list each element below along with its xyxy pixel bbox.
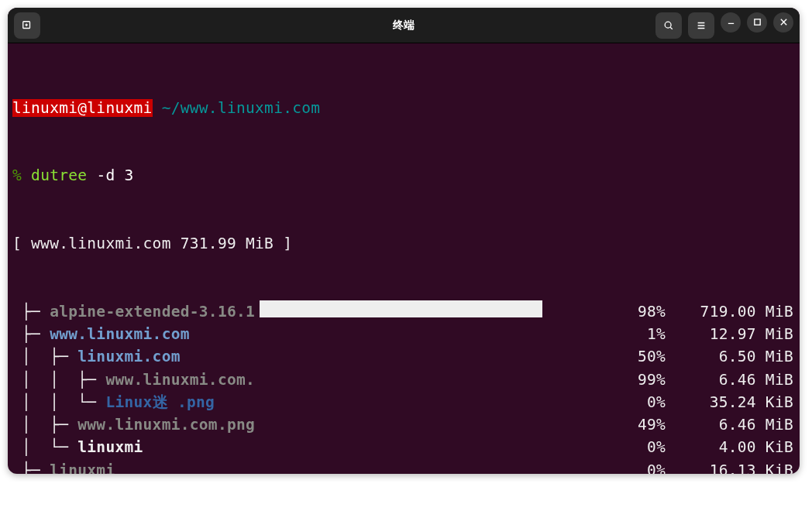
maximize-button[interactable]	[747, 12, 767, 33]
tree-item-name: www.linuxmi.com.	[105, 369, 255, 391]
tree-size: 6.46 MiB	[666, 369, 793, 391]
path: ~/www.linuxmi.com	[162, 99, 321, 117]
tree-branch: │ │ └─	[12, 391, 105, 413]
tree-branch: │ ├─	[12, 345, 77, 368]
close-button[interactable]	[773, 12, 793, 33]
tree-item-name: linuxmi	[50, 459, 115, 475]
tree-size: 719.00 MiB	[666, 300, 793, 323]
svg-point-1	[665, 22, 671, 28]
prompt-line: linuxmi@linuxmi ~/www.linuxmi.com	[12, 97, 793, 119]
tree-percent: 98%	[611, 300, 666, 323]
tree-size: 12.97 MiB	[666, 323, 793, 345]
tree-row: ├─ linuxmi0%16.13 KiB	[12, 459, 793, 475]
tree-percent: 49%	[611, 413, 666, 436]
tree-item-name: alpine-extended-3.16.1	[50, 300, 255, 323]
terminal-output[interactable]: linuxmi@linuxmi ~/www.linuxmi.com % dutr…	[8, 43, 800, 474]
tree-size: 6.50 MiB	[666, 345, 793, 368]
tree-size: 6.46 MiB	[666, 413, 793, 436]
tree-branch: │ └─	[12, 436, 77, 458]
command: dutree	[31, 166, 87, 184]
minimize-button[interactable]	[721, 12, 741, 33]
search-button[interactable]	[655, 12, 682, 39]
tree-row: ├─ alpine-extended-3.16.198%719.00 MiB	[12, 300, 793, 323]
usage-bar	[260, 300, 542, 317]
tree-branch: │ │ ├─	[12, 369, 105, 391]
prompt-char: %	[12, 166, 22, 184]
tree-percent: 0%	[611, 436, 666, 458]
terminal-window: 终端 linuxmi@linuxmi ~/www.linuxmi.com % d…	[8, 8, 800, 474]
tree-size: 4.00 KiB	[666, 436, 793, 458]
summary-line: [ www.linuxmi.com 731.99 MiB ]	[12, 232, 793, 255]
tree-percent: 50%	[611, 345, 666, 368]
tree-percent: 0%	[611, 391, 666, 413]
tree-row: │ ├─ www.linuxmi.com.png49%6.46 MiB	[12, 413, 793, 436]
tree-branch: ├─	[12, 323, 50, 345]
tree-row: │ ├─ linuxmi.com50%6.50 MiB	[12, 345, 793, 368]
tree-row: │ │ ├─ www.linuxmi.com.99%6.46 MiB	[12, 369, 793, 391]
tree-percent: 1%	[611, 323, 666, 345]
command-line: % dutree -d 3	[12, 164, 793, 187]
tree-branch: ├─	[12, 459, 50, 475]
new-tab-button[interactable]	[14, 12, 40, 39]
user-host: linuxmi@linuxmi	[12, 99, 153, 117]
tree-row: │ │ └─ Linux迷 .png0%35.24 KiB	[12, 391, 793, 413]
tree-size: 35.24 KiB	[666, 391, 793, 413]
tree-size: 16.13 KiB	[666, 459, 793, 475]
tree-branch: ├─	[12, 300, 50, 323]
command-args: -d 3	[96, 166, 133, 184]
tree-item-name: www.linuxmi.com.png	[77, 413, 255, 436]
titlebar: 终端	[8, 8, 800, 43]
tree-percent: 99%	[611, 369, 666, 391]
tree-item-name: www.linuxmi.com	[50, 323, 190, 345]
tree-item-name: linuxmi.com	[77, 345, 180, 368]
tree-row: │ └─ linuxmi0%4.00 KiB	[12, 436, 793, 458]
tree-item-name: linuxmi	[77, 436, 143, 458]
tree-row: ├─ www.linuxmi.com1%12.97 MiB	[12, 323, 793, 345]
menu-button[interactable]	[688, 12, 714, 39]
tree-branch: │ ├─	[12, 413, 77, 436]
tree-output: ├─ alpine-extended-3.16.198%719.00 MiB ├…	[12, 300, 793, 474]
tree-percent: 0%	[611, 459, 666, 475]
tree-item-name: Linux迷 .png	[105, 391, 215, 413]
svg-rect-2	[754, 19, 759, 25]
